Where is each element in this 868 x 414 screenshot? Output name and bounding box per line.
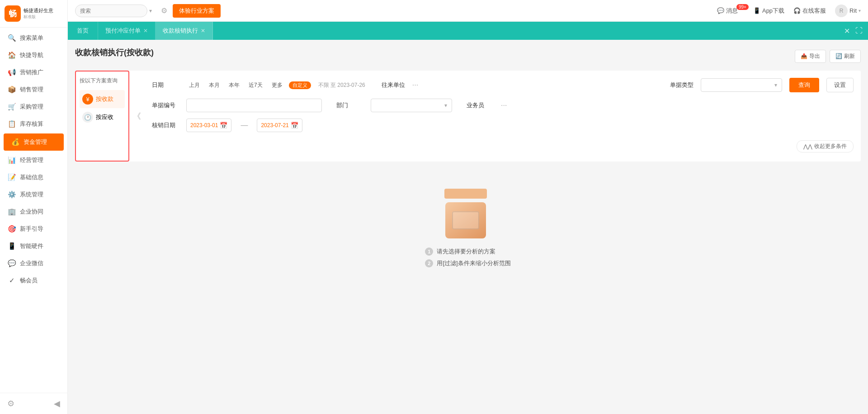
dept-select[interactable]: ▾ xyxy=(371,99,452,112)
user-avatar[interactable]: R Rit ▾ xyxy=(835,5,861,17)
doc-no-input[interactable] xyxy=(186,99,322,112)
unit-ellipsis[interactable]: ··· xyxy=(412,81,423,89)
dept-arrow-icon: ▾ xyxy=(444,102,447,109)
enterprise-icon: 🏢 xyxy=(7,208,16,216)
collapse-icon: 《 xyxy=(133,111,141,122)
this-month-btn[interactable]: 本月 xyxy=(206,81,222,90)
sidebar-item-operation[interactable]: 📊 经营管理 xyxy=(0,152,67,169)
online-service-button[interactable]: 🎧 在线客服 xyxy=(793,7,826,15)
purchase-icon: 🛒 xyxy=(7,103,16,111)
filter-option-by-receivable[interactable]: 🕐 按应收 xyxy=(80,108,125,126)
sidebar-nav: 🔍 搜索菜单 🏠 快捷导航 📢 营销推广 📦 销售管理 🛒 采购管理 📋 库存核… xyxy=(0,28,67,393)
writeoff-date-end-picker[interactable]: 2023-07-21 📅 xyxy=(257,119,302,132)
tab-expand-icon[interactable]: ⛶ xyxy=(855,27,863,35)
sidebar-item-hardware[interactable]: 📱 智能硬件 xyxy=(0,238,67,255)
sidebar-item-inventory[interactable]: 📋 库存核算 xyxy=(0,115,67,133)
sidebar-item-sales[interactable]: 📦 销售管理 xyxy=(0,81,67,98)
form-area: 日期 上月 本月 本年 近7天 更多 自定义 不限 至 2023-07-26 xyxy=(145,71,861,162)
message-button[interactable]: 💬 消息 99+ xyxy=(717,7,744,15)
sidebar-item-member[interactable]: ✓ 畅会员 xyxy=(0,272,67,289)
sidebar-item-search[interactable]: 🔍 搜索菜单 xyxy=(0,29,67,47)
basic-icon: 📝 xyxy=(7,173,16,181)
this-year-btn[interactable]: 本年 xyxy=(226,81,242,90)
sidebar-item-guide[interactable]: 🎯 新手引导 xyxy=(0,220,67,238)
app-download-button[interactable]: 📱 App下载 xyxy=(753,7,784,15)
doc-type-select[interactable]: ▾ xyxy=(701,78,782,92)
tab-home[interactable]: 首页 xyxy=(68,22,98,40)
main-area: ▾ ⚙ 体验行业方案 💬 消息 99+ 📱 App下载 🎧 在线客服 R Rit xyxy=(68,0,868,414)
collapse-more-button[interactable]: ⋀⋀ 收起更多条件 xyxy=(797,140,854,152)
guide-icon: 🎯 xyxy=(7,225,16,233)
filter-sidebar-title: 按以下方案查询 xyxy=(80,77,125,85)
search-icon: 🔍 xyxy=(7,34,16,42)
date-range-display: 不限 至 2023-07-26 xyxy=(318,81,365,89)
staff-ellipsis[interactable]: ··· xyxy=(501,101,512,109)
tab-close-all-icon[interactable]: ✕ xyxy=(844,27,850,35)
writeoff-date-label: 核销日期 xyxy=(152,121,179,129)
advance-tab-close-icon[interactable]: ✕ xyxy=(143,28,148,34)
sidebar: 畅 畅捷通好生意 标准版 🔍 搜索菜单 🏠 快捷导航 📢 营销推广 📦 销售管理… xyxy=(0,0,68,414)
form-row-2: 单据编号 部门 ▾ 业务员 ··· xyxy=(152,99,854,112)
writeoff-date-start-picker[interactable]: 2023-03-01 📅 xyxy=(186,119,231,132)
app-badge: 标准版 xyxy=(24,14,53,20)
operation-icon: 📊 xyxy=(7,156,16,164)
start-calendar-icon: 📅 xyxy=(220,122,227,129)
sidebar-item-system[interactable]: ⚙️ 系统管理 xyxy=(0,186,67,203)
app-name: 畅捷通好生意 xyxy=(24,7,53,14)
filter-option-by-receipt[interactable]: ¥ 按收款 xyxy=(80,90,125,108)
receipt-icon: ¥ xyxy=(82,94,93,105)
collapse-sidebar-icon[interactable]: ◀ xyxy=(54,399,60,409)
topbar-chevron-icon[interactable]: ▾ xyxy=(149,8,152,14)
marketing-icon: 📢 xyxy=(7,68,16,76)
last-month-btn[interactable]: 上月 xyxy=(186,81,203,90)
settings-button[interactable]: 设置 xyxy=(826,78,854,92)
industry-solution-button[interactable]: 体验行业方案 xyxy=(173,4,221,18)
hint-num-1: 1 xyxy=(425,247,433,256)
hint-text-2: 用[过滤]条件来缩小分析范围 xyxy=(437,259,510,267)
receipt-label: 按收款 xyxy=(96,95,113,103)
sidebar-item-shortcut[interactable]: 🏠 快捷导航 xyxy=(0,47,67,64)
message-icon: 💬 xyxy=(717,7,724,14)
writeoff-tab-label: 收款核销执行 xyxy=(163,27,198,35)
sidebar-item-finance[interactable]: 💰 资金管理 xyxy=(4,133,64,151)
sidebar-item-marketing[interactable]: 📢 营销推广 xyxy=(0,64,67,81)
sales-icon: 📦 xyxy=(7,86,16,94)
last-7-days-btn[interactable]: 近7天 xyxy=(246,81,265,90)
export-icon: 📤 xyxy=(801,53,807,59)
form-row-3: 核销日期 2023-03-01 📅 — 2023-07-21 📅 xyxy=(152,119,854,132)
writeoff-end-date: 2023-07-21 xyxy=(261,122,288,128)
user-chevron-icon: ▾ xyxy=(859,8,861,13)
hint-num-2: 2 xyxy=(425,259,433,267)
username-label: Rit xyxy=(849,7,857,14)
sidebar-item-wechat[interactable]: 💬 企业微信 xyxy=(0,255,67,272)
tab-writeoff[interactable]: 收款核销执行 ✕ xyxy=(156,22,213,40)
sidebar-item-purchase[interactable]: 🛒 采购管理 xyxy=(0,98,67,115)
member-icon: ✓ xyxy=(7,276,16,285)
filter-collapse-button[interactable]: 《 xyxy=(129,71,145,162)
receivable-icon: 🕐 xyxy=(82,112,93,123)
topbar: ▾ ⚙ 体验行业方案 💬 消息 99+ 📱 App下载 🎧 在线客服 R Rit xyxy=(68,0,868,22)
wechat-icon: 💬 xyxy=(7,259,16,267)
refresh-icon: 🔄 xyxy=(835,53,842,59)
writeoff-tab-close-icon[interactable]: ✕ xyxy=(201,28,205,34)
tab-advance[interactable]: 预付冲应付单 ✕ xyxy=(98,22,156,40)
finance-icon: 💰 xyxy=(11,138,20,146)
page-content: 收款核销执行(按收款) 📤 导出 🔄 刷新 按以下方案查询 xyxy=(68,40,868,414)
doc-type-label: 单据类型 xyxy=(670,81,697,89)
more-date-btn[interactable]: 更多 xyxy=(269,81,285,90)
topbar-right: 💬 消息 99+ 📱 App下载 🎧 在线客服 R Rit ▾ xyxy=(717,5,861,17)
sidebar-item-basic[interactable]: 📝 基础信息 xyxy=(0,169,67,186)
settings-footer-icon[interactable]: ⚙ xyxy=(7,399,14,409)
export-button[interactable]: 📤 导出 xyxy=(795,50,826,63)
writeoff-start-date: 2023-03-01 xyxy=(190,122,218,128)
topbar-search-input[interactable] xyxy=(75,5,147,17)
inventory-icon: 📋 xyxy=(7,120,16,128)
logo-icon: 畅 xyxy=(5,5,21,22)
topbar-search-area: ▾ xyxy=(75,5,152,17)
avatar-img: R xyxy=(835,5,848,17)
sidebar-item-enterprise[interactable]: 🏢 企业协同 xyxy=(0,203,67,220)
topbar-gear-icon[interactable]: ⚙ xyxy=(161,6,167,15)
query-button[interactable]: 查询 xyxy=(789,78,819,92)
hardware-icon: 📱 xyxy=(7,242,16,250)
refresh-button[interactable]: 🔄 刷新 xyxy=(830,50,861,63)
